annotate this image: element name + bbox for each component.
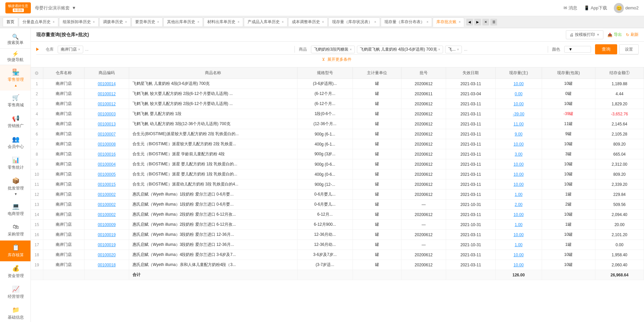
warehouse-tag-close[interactable]: × xyxy=(78,48,80,51)
tab-cailiao[interactable]: 材料出库单历史 × xyxy=(204,17,243,27)
cell-qty-main[interactable]: 10.00 xyxy=(495,159,542,169)
cell-code[interactable]: 00100014 xyxy=(85,79,129,89)
cell-qty-main[interactable]: 11.00 xyxy=(495,119,542,129)
tab-close-xiancun1[interactable]: × xyxy=(374,20,376,24)
cell-code[interactable]: 00100012 xyxy=(85,89,129,99)
cell-qty-main[interactable]: 10.00 xyxy=(495,210,542,220)
print-btn[interactable]: 🖨 按模板打印 ▼ xyxy=(566,30,603,39)
cell-code[interactable]: 00100016 xyxy=(85,149,129,159)
sidebar-item-ecommerce[interactable]: 💻 电商管理 xyxy=(0,199,31,220)
cell-qty-main[interactable]: 10.00 xyxy=(495,250,542,260)
cell-qty-main[interactable]: 1.00 xyxy=(495,240,542,250)
product-tag-1[interactable]: 飞鹤奶粉3段丙糖装 × xyxy=(311,46,355,53)
refresh-btn[interactable]: ↻ 刷新 xyxy=(626,32,639,38)
warehouse-tag-nanan[interactable]: 南岸门店 × xyxy=(58,46,83,53)
cell-code[interactable]: 00100003 xyxy=(85,109,129,119)
tab-fenliang[interactable]: 分量盘点单历史 × xyxy=(19,17,58,27)
sidebar-item-shop[interactable]: 🛒 零售商城 xyxy=(0,91,31,111)
cell-qty-main[interactable]: 10.00 xyxy=(495,99,542,109)
tab-close-all-btn[interactable]: ✕ xyxy=(482,19,489,25)
th-settings[interactable]: ⚙ xyxy=(31,67,43,79)
cell-qty-main[interactable]: 10.00 xyxy=(495,139,542,149)
cell-qty-main[interactable]: 9.00 xyxy=(495,129,542,139)
cell-code[interactable]: 00100002 xyxy=(85,210,129,220)
tab-close-chengben[interactable]: × xyxy=(322,20,324,24)
cell-qty-main[interactable]: 10.00 xyxy=(495,169,542,179)
app-download-btn[interactable]: 📱 App下载 xyxy=(584,5,607,11)
system-selector[interactable]: 母婴行业演示账套 ▼ xyxy=(35,5,76,11)
tab-close-cailiao[interactable]: × xyxy=(237,20,239,24)
sidebar-item-finance[interactable]: 💰 资金管理 xyxy=(0,261,31,282)
cell-qty-main[interactable]: 0.00 xyxy=(495,89,542,99)
cell-code[interactable]: 00100019 xyxy=(85,230,129,240)
cell-code[interactable]: 00100005 xyxy=(85,169,129,179)
tab-close-kucunpici[interactable]: × xyxy=(459,20,461,24)
messages-btn[interactable]: ✉ 消息 xyxy=(564,5,577,11)
cell-code[interactable]: 00100002 xyxy=(85,190,129,200)
tab-next-btn[interactable]: ▶ xyxy=(474,19,481,25)
sidebar-item-wholesale[interactable]: 📦 批发管理 ▼ xyxy=(0,174,31,199)
tab-xiancun2[interactable]: 现存量（库存分布表） × xyxy=(381,17,432,27)
sidebar-item-business[interactable]: 📈 经营管理 xyxy=(0,282,31,303)
product-tag-3[interactable]: 飞... × xyxy=(445,46,462,53)
color-dropdown[interactable]: ▼ xyxy=(564,46,591,53)
tab-close-chengpin[interactable]: × xyxy=(282,20,284,24)
cell-qty-main[interactable]: -39.00 xyxy=(495,109,542,119)
cell-code[interactable]: 00100009 xyxy=(85,220,129,230)
export-btn[interactable]: 📤 导出 xyxy=(607,32,622,38)
cell-code[interactable]: 00100004 xyxy=(85,159,129,169)
query-btn[interactable]: 查询 xyxy=(595,44,617,54)
cell-qty-main[interactable]: 10.00 xyxy=(495,179,542,190)
user-menu[interactable]: 😊 demo2 xyxy=(614,3,639,13)
cell-qty-main[interactable]: 1.00 xyxy=(495,220,542,230)
tab-kucunpici[interactable]: 库存批次账 × xyxy=(433,17,464,27)
cell-code[interactable]: 00100002 xyxy=(85,200,129,210)
setting-btn[interactable]: 设置 xyxy=(619,44,639,54)
cell-code[interactable]: 00100013 xyxy=(85,119,129,129)
cell-code[interactable]: 00100018 xyxy=(85,260,129,270)
cell-code[interactable]: 00100015 xyxy=(85,179,129,190)
tab-menu-btn[interactable]: ☰ xyxy=(490,19,497,25)
tab-prev-btn[interactable]: ◀ xyxy=(466,19,473,25)
cell-code[interactable]: 00100007 xyxy=(85,129,129,139)
cell-qty-main[interactable]: 10.00 xyxy=(495,260,542,270)
sidebar-item-member[interactable]: 👥 会员中心 xyxy=(0,132,31,153)
sidebar-item-inventory[interactable]: 📋 库存核算 xyxy=(0,240,31,261)
product-more-btn[interactable]: ... xyxy=(464,47,467,52)
tab-close-yaohuo[interactable]: × xyxy=(157,20,159,24)
warehouse-more-btn[interactable]: ... xyxy=(85,47,89,52)
cell-code[interactable]: 00100008 xyxy=(85,139,129,149)
tab-close-xiancun2[interactable]: × xyxy=(427,20,429,24)
cell-qty-main[interactable]: 1.00 xyxy=(495,190,542,200)
cell-code[interactable]: 00100012 xyxy=(85,99,129,109)
product-tag-3-close[interactable]: × xyxy=(457,48,459,51)
expand-more-row[interactable]: ⊻ 展开更多条件 xyxy=(36,54,639,64)
tab-close-zuzhuang[interactable]: × xyxy=(93,20,95,24)
tab-home[interactable]: 首页 xyxy=(3,17,18,27)
cell-qty-main[interactable]: 10.00 xyxy=(495,230,542,240)
tab-xiancun1[interactable]: 现存量（库存状况表） × xyxy=(328,17,380,27)
cell-qty-main[interactable]: 3.00 xyxy=(495,149,542,159)
sidebar-item-basic[interactable]: 📁 基础信息 xyxy=(0,303,31,322)
tab-diaob[interactable]: 调拨单历史 × xyxy=(99,17,131,27)
cell-qty-main[interactable]: 10.00 xyxy=(495,79,542,89)
tab-chengben[interactable]: 成本调整单历史 × xyxy=(288,17,328,27)
sidebar-item-stats[interactable]: 📊 零售统计 xyxy=(0,153,31,174)
product-tag-2-close[interactable]: × xyxy=(438,48,440,51)
cell-code[interactable]: 00100020 xyxy=(85,250,129,260)
product-tag-2[interactable]: 飞鹤星飞帆 儿童奶粉 4段(3-6岁适用) 700克 × xyxy=(357,46,443,53)
tab-close-qitachu[interactable]: × xyxy=(197,20,199,24)
tab-chengpin[interactable]: 产成品入库单历史 × xyxy=(244,17,287,27)
sidebar-quicknav[interactable]: ⚡ 快捷导航 xyxy=(0,49,31,65)
product-tag-1-close[interactable]: × xyxy=(350,48,352,51)
tab-qitachu[interactable]: 其他出库单历史 × xyxy=(163,17,203,27)
sidebar-item-marketing[interactable]: 📢 营销推广 xyxy=(0,111,31,132)
tab-zuzhuang[interactable]: 组装拆卸单历史 × xyxy=(59,17,99,27)
sidebar-search[interactable]: 🔍 搜索英单 xyxy=(0,31,31,49)
sidebar-item-retail[interactable]: 🏪 零售管理 ▲ xyxy=(0,65,31,91)
filter-toggle[interactable] xyxy=(36,48,39,51)
tab-close-diaob[interactable]: × xyxy=(125,20,127,24)
tab-yaohuo[interactable]: 要货单历史 × xyxy=(131,17,163,27)
tab-close-fenliang[interactable]: × xyxy=(53,20,55,24)
sidebar-item-purchase[interactable]: 🛍 采购管理 xyxy=(0,220,31,240)
